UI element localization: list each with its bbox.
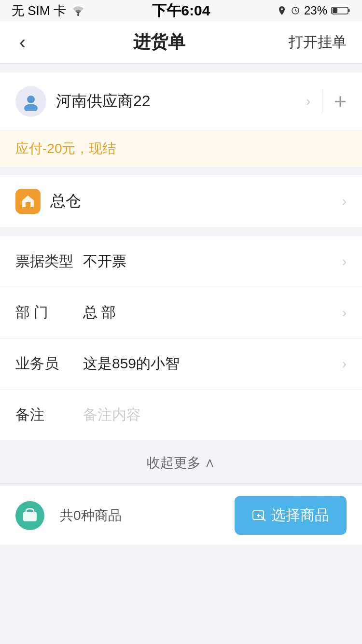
status-carrier: 无 SIM 卡: [12, 2, 85, 19]
notice-text: 应付-20元，现结: [15, 141, 116, 156]
salesperson-value: 这是859的小智: [83, 354, 336, 374]
cart-icon: [21, 507, 39, 524]
department-label: 部 门: [15, 303, 73, 322]
status-time: 下午6:04: [152, 1, 210, 21]
svg-point-0: [77, 14, 79, 16]
invoice-type-label: 票据类型: [15, 252, 73, 271]
notice-banner: 应付-20元，现结: [0, 131, 362, 167]
form-row-invoice-type[interactable]: 票据类型 不开票 ›: [0, 236, 362, 287]
product-count-icon: [15, 501, 44, 530]
svg-rect-5: [348, 9, 349, 12]
salesperson-label: 业务员: [15, 354, 73, 374]
select-product-label: 选择商品: [271, 505, 329, 525]
department-chevron-icon: ›: [342, 305, 347, 321]
svg-point-7: [27, 96, 35, 103]
select-product-button[interactable]: 选择商品: [235, 496, 347, 535]
invoice-type-chevron-icon: ›: [342, 254, 347, 269]
house-icon: [20, 194, 36, 209]
form-row-remark[interactable]: 备注 备注内容: [0, 390, 362, 440]
battery-text: 23%: [304, 4, 327, 17]
department-value: 总 部: [83, 303, 336, 322]
invoice-type-value: 不开票: [83, 252, 336, 271]
alarm-icon: [291, 5, 300, 16]
wifi-icon: [71, 5, 85, 16]
form-row-salesperson[interactable]: 业务员 这是859的小智 ›: [0, 338, 362, 390]
supplier-avatar: [15, 86, 46, 117]
location-icon: [277, 5, 287, 16]
avatar-icon: [21, 92, 41, 111]
collapse-row[interactable]: 收起更多 ∧: [0, 440, 362, 486]
warehouse-icon: [15, 189, 41, 214]
bottom-bar: 共0种商品 选择商品: [0, 486, 362, 545]
svg-rect-9: [26, 202, 30, 207]
open-pending-button[interactable]: 打开挂单: [289, 32, 347, 52]
carrier-text: 无 SIM 卡: [12, 2, 66, 19]
salesperson-chevron-icon: ›: [342, 356, 347, 372]
svg-line-3: [295, 11, 297, 12]
svg-rect-6: [333, 8, 337, 13]
section-gap-1: [0, 64, 362, 72]
supplier-row[interactable]: 河南供应商22 › +: [0, 72, 362, 131]
form-row-department[interactable]: 部 门 总 部 ›: [0, 287, 362, 338]
status-icons: 23%: [277, 4, 350, 17]
warehouse-row[interactable]: 总仓 ›: [0, 175, 362, 227]
battery-icon: [331, 6, 350, 15]
warehouse-chevron-icon: ›: [342, 194, 347, 209]
form-section: 票据类型 不开票 › 部 门 总 部 › 业务员 这是859的小智 › 备注 备…: [0, 236, 362, 440]
status-bar: 无 SIM 卡 下午6:04 23%: [0, 0, 362, 21]
remark-input[interactable]: 备注内容: [83, 405, 347, 425]
svg-point-8: [24, 104, 38, 111]
supplier-name: 河南供应商22: [56, 91, 300, 112]
product-count-label: 共0种商品: [60, 506, 225, 525]
select-product-icon: [252, 509, 266, 522]
add-supplier-button[interactable]: +: [334, 89, 347, 113]
nav-bar: ‹ 进货单 打开挂单: [0, 21, 362, 64]
back-button[interactable]: ‹: [15, 28, 29, 57]
remark-label: 备注: [15, 405, 73, 425]
supplier-chevron-icon: ›: [306, 94, 310, 109]
warehouse-label: 总仓: [50, 191, 336, 212]
supplier-divider: [322, 89, 322, 113]
collapse-label: 收起更多 ∧: [147, 454, 216, 472]
nav-title: 进货单: [133, 30, 185, 54]
svg-rect-10: [23, 512, 37, 521]
